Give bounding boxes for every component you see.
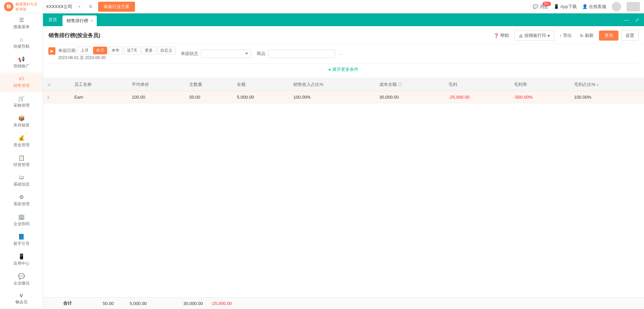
help-button[interactable]: ❓ 帮助 xyxy=(491,31,512,40)
sidebar-item-purchase[interactable]: 🛒 采购管理 xyxy=(0,92,43,112)
sidebar-item-operations[interactable]: 📋 经营管理 xyxy=(0,151,43,171)
message-badge: 99+ xyxy=(543,2,551,6)
print-button[interactable]: 🖨 按模板打印 ▾ xyxy=(514,30,554,41)
sidebar-item-search-orders[interactable]: ☰ 搜索菜单 xyxy=(0,13,43,33)
expand-more-button[interactable]: ▾ 展开更多条件 xyxy=(326,65,361,74)
status-select[interactable] xyxy=(201,50,251,58)
home-icon: ⌂ xyxy=(20,37,23,43)
cell-cost: 30,000.00 xyxy=(375,91,444,103)
sidebar-item-collab[interactable]: 🏢 企业协同 xyxy=(0,210,43,230)
search-orders-icon: ☰ xyxy=(19,17,24,23)
last-month-btn[interactable]: 上月 xyxy=(78,47,92,54)
cell-gross-rate: -500.00% xyxy=(510,91,570,103)
cost-help-icon[interactable]: ⓘ xyxy=(398,82,402,87)
col-amount: 全额 xyxy=(233,78,289,91)
cell-name: Eam xyxy=(70,91,128,103)
message-button[interactable]: 💬 消息 99+ xyxy=(533,4,548,10)
collab-icon: 🏢 xyxy=(18,214,25,220)
try-industry-button[interactable]: 体验行业方案 xyxy=(98,2,135,12)
goods-filter: 商品 ··· xyxy=(257,50,344,58)
message-icon: 💬 xyxy=(533,4,538,9)
sidebar-item-system[interactable]: ⚙ 系统管理 xyxy=(0,191,43,210)
gear-button[interactable]: ⚙ xyxy=(86,2,95,11)
footer-cell-cost: 30,000.00 xyxy=(179,301,207,306)
download-icon: 📱 xyxy=(554,4,559,9)
query-button[interactable]: 查询 xyxy=(599,31,618,41)
col-name: 员工名称 xyxy=(70,78,128,91)
tab-minimize-button[interactable]: — xyxy=(622,16,631,24)
col-rank: ☆ xyxy=(43,78,70,91)
sidebar-item-marketing[interactable]: 📢 营销推广 xyxy=(0,53,43,72)
sidebar-item-member[interactable]: V 畅会员 xyxy=(0,290,43,308)
company-selector[interactable]: XXXXXX公司 ▾ xyxy=(43,2,83,11)
finance-icon: 💰 xyxy=(18,135,25,141)
table-row: 1 Eam 100.00 50.00 5,000.00 100.00% 30,0… xyxy=(43,91,644,103)
goods-input[interactable] xyxy=(268,50,335,58)
refresh-button[interactable]: ↻ 刷新 xyxy=(577,31,596,40)
col-cost: 成本全额 ⓘ xyxy=(375,78,444,91)
tab-home[interactable]: 首页 xyxy=(43,13,62,26)
filter-section: ▶ 单据日期 上月 本月 本年 近7天 更多 xyxy=(43,44,644,78)
app-center-icon: 📱 xyxy=(18,253,25,260)
sidebar-item-finance[interactable]: 💰 资金管理 xyxy=(0,132,43,151)
user-name-area[interactable] xyxy=(627,2,640,11)
footer-cells: 50.00 5,000.00 30,000.00 -25,000.00 xyxy=(72,301,640,306)
print-dropdown-icon: ▾ xyxy=(548,33,550,38)
cell-rank: 1 xyxy=(43,91,70,103)
company-name: XXXXXX公司 xyxy=(46,4,77,10)
tabs-right-controls: — ⤢ xyxy=(622,16,644,24)
print-icon: 🖨 xyxy=(519,33,523,38)
sidebar: ☰ 搜索菜单 ⌂ 快捷导航 📢 营销推广 🏷 销售管理 🛒 采购管理 📦 库 xyxy=(0,13,43,309)
sidebar-item-inventory[interactable]: 📦 库存核算 xyxy=(0,112,43,132)
table-body: 1 Eam 100.00 50.00 5,000.00 100.00% 30,0… xyxy=(43,91,644,103)
filter-row-1: ▶ 单据日期 上月 本月 本年 近7天 更多 xyxy=(48,47,639,61)
cell-qty: 50.00 xyxy=(185,91,233,103)
expand-more-row: ▾ 展开更多条件 xyxy=(48,63,639,75)
data-table: ☆ 员工名称 平均单价 主数量 全额 销售收入占比% 成本全额 ⓘ 毛利 毛利率… xyxy=(43,78,644,103)
sidebar-item-quick-nav[interactable]: ⌂ 快捷导航 xyxy=(0,33,43,53)
logo-icon: 畅 xyxy=(4,2,13,11)
more-date-btn[interactable]: 更多 xyxy=(142,47,156,54)
sidebar-item-guide[interactable]: 📘 新手引导 xyxy=(0,230,43,250)
chevron-down-icon: ▾ xyxy=(79,5,80,8)
footer-cell-spacer2 xyxy=(153,301,179,306)
goods-label: 商品 xyxy=(257,51,265,57)
help-icon: ❓ xyxy=(493,33,499,38)
footer-cell-amount: 5,000.00 xyxy=(126,301,153,306)
footer-cell-spacer1 xyxy=(72,301,99,306)
col-avg-price: 平均单价 xyxy=(128,78,185,91)
sidebar-item-sales[interactable]: 🏷 销售管理 xyxy=(0,72,43,92)
cell-amount: 5,000.00 xyxy=(233,91,289,103)
table-header: ☆ 员工名称 平均单价 主数量 全额 销售收入占比% 成本全额 ⓘ 毛利 毛利率… xyxy=(43,78,644,91)
sidebar-item-app-center[interactable]: 📱 应用中心 xyxy=(0,250,43,270)
goods-more-button[interactable]: ··· xyxy=(338,51,344,56)
col-gross-pct: 毛利占比% ↕ xyxy=(570,78,644,91)
export-button[interactable]: ↑ 导出 xyxy=(557,31,575,40)
content-area: 首页 销售排行榜 × — ⤢ 销售排行榜(按业务员) ❓ xyxy=(43,13,644,309)
sidebar-item-base-info[interactable]: 🗂 基础信息 xyxy=(0,171,43,191)
last-7-days-btn[interactable]: 近7天 xyxy=(124,47,140,54)
date-range: 2023-06-01 至 2023-06-30 xyxy=(58,55,175,61)
tab-close-button[interactable]: × xyxy=(90,18,93,23)
avatar[interactable] xyxy=(612,2,621,11)
logo-text: 畅康通好生意 标准版 xyxy=(15,2,38,11)
app-download-button[interactable]: 📱 App下载 xyxy=(554,4,577,10)
page-header: 销售排行榜(按业务员) ❓ 帮助 🖨 按模板打印 ▾ ↑ xyxy=(43,26,644,44)
tab-active-sales-rank[interactable]: 销售排行榜 × xyxy=(62,15,97,26)
this-month-btn[interactable]: 本月 xyxy=(93,47,107,54)
table-footer: 合计 50.00 5,000.00 30,000.00 -25,000.00 xyxy=(43,297,644,309)
footer-total-label: 合计 xyxy=(47,300,72,306)
custom-date-btn[interactable]: 自定义 xyxy=(157,47,175,54)
sidebar-item-weixin[interactable]: 💬 企业微信 xyxy=(0,270,43,290)
service-icon: 👤 xyxy=(582,4,588,9)
this-year-btn[interactable]: 本年 xyxy=(109,47,123,54)
member-icon: V xyxy=(20,293,23,298)
marketing-icon: 📢 xyxy=(18,56,25,62)
footer-cell-qty: 50.00 xyxy=(99,301,126,306)
sales-icon: 🏷 xyxy=(19,76,24,82)
cell-sales-pct: 100.00% xyxy=(289,91,375,103)
settings-button[interactable]: 设置 xyxy=(621,30,639,41)
tab-maximize-button[interactable]: ⤢ xyxy=(633,16,641,24)
online-service-button[interactable]: 👤 在线客服 xyxy=(582,4,606,10)
filter-expand-icon[interactable]: ▶ xyxy=(48,47,55,55)
